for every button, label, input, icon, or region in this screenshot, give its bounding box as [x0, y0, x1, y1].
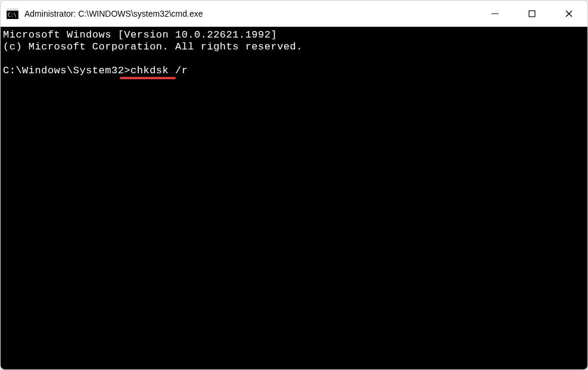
- terminal-prompt-line: C:\Windows\System32>chkdsk /r: [3, 65, 585, 77]
- terminal-command: chkdsk /r: [130, 65, 188, 76]
- window-title: Administrator: C:\WINDOWS\system32\cmd.e…: [24, 9, 477, 18]
- close-button[interactable]: [550, 1, 587, 26]
- cmd-window: C:\ Administrator: C:\WINDOWS\system32\c…: [0, 0, 588, 370]
- titlebar[interactable]: C:\ Administrator: C:\WINDOWS\system32\c…: [1, 1, 587, 27]
- maximize-icon: [528, 10, 536, 18]
- close-icon: [565, 10, 573, 18]
- terminal-prompt: C:\Windows\System32>: [3, 65, 130, 76]
- terminal-output-line: (c) Microsoft Corporation. All rights re…: [3, 41, 585, 53]
- annotation-underline: [120, 77, 176, 79]
- minimize-icon: [491, 10, 499, 18]
- maximize-button[interactable]: [514, 1, 550, 26]
- svg-rect-4: [529, 11, 535, 17]
- terminal-area[interactable]: Microsoft Windows [Version 10.0.22621.19…: [1, 27, 587, 369]
- window-controls: [477, 1, 587, 26]
- svg-text:C:\: C:\: [8, 13, 17, 18]
- cmd-icon: C:\: [7, 8, 18, 19]
- minimize-button[interactable]: [477, 1, 514, 26]
- svg-rect-1: [7, 8, 18, 11]
- terminal-output-line: Microsoft Windows [Version 10.0.22621.19…: [3, 29, 585, 41]
